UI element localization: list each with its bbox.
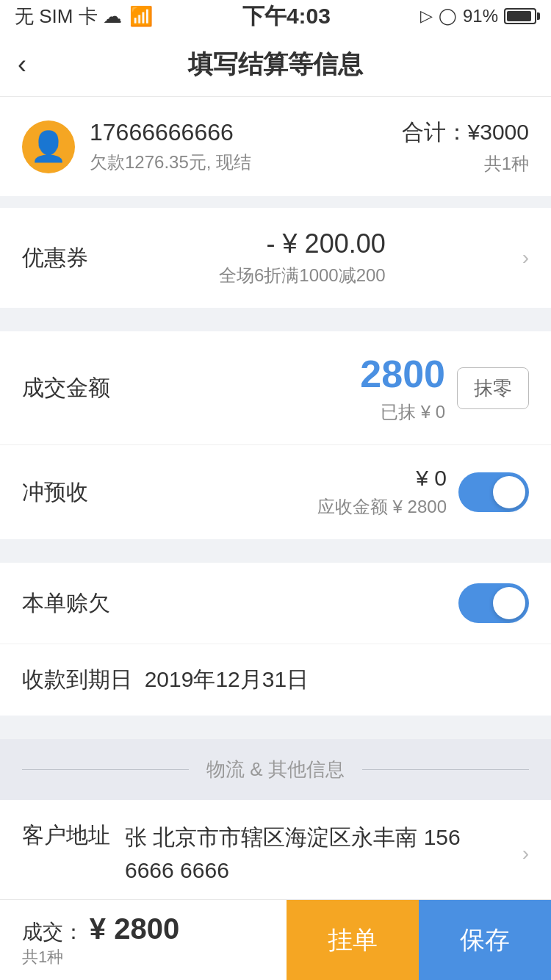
page-title: 填写结算等信息 <box>188 48 363 82</box>
logistics-divider: 物流 & 其他信息 <box>0 739 551 800</box>
user-card: 👤 17666666666 欠款1276.35元, 现结 合计：¥3000 共1… <box>0 97 551 196</box>
round-button[interactable]: 抹零 <box>457 367 529 409</box>
total-count: 共1种 <box>402 152 529 176</box>
user-debt: 欠款1276.35元, 现结 <box>90 151 402 174</box>
prepay-label: 冲预收 <box>22 478 88 508</box>
bottom-amount: ¥ 2800 <box>90 912 179 945</box>
coupon-discount: - ¥ 200.00 <box>219 228 386 259</box>
address-value: 张 北京市市辖区海淀区永丰南 156 6666 6666 <box>125 821 508 887</box>
divider-line-left <box>22 769 189 770</box>
hold-button[interactable]: 挂单 <box>287 900 419 981</box>
prepay-sub: 应收金额 ¥ 2800 <box>317 495 447 519</box>
user-phone: 17666666666 <box>90 119 402 146</box>
credit-toggle[interactable] <box>458 583 529 623</box>
battery-icon <box>504 8 536 24</box>
nav-bar: ‹ 填写结算等信息 <box>0 32 551 97</box>
status-right: ▷ ◯ 91% <box>420 6 536 26</box>
credit-label: 本单赊欠 <box>22 588 110 619</box>
prepay-row: 冲预收 ¥ 0 应收金额 ¥ 2800 <box>0 445 551 539</box>
coupon-label: 优惠券 <box>22 243 88 273</box>
credit-row: 本单赊欠 <box>0 563 551 644</box>
bottom-summary: 成交： ¥ 2800 共1种 <box>0 912 287 968</box>
alarm-icon: ◯ <box>439 7 457 26</box>
bottom-deal-line: 成交： ¥ 2800 <box>22 912 264 946</box>
coupon-desc: 全场6折满1000减200 <box>219 264 386 287</box>
separator-3 <box>0 727 551 739</box>
total-amount: 合计：¥3000 <box>402 118 529 148</box>
deal-amount-sub: 已抹 ¥ 0 <box>360 400 445 424</box>
user-info: 17666666666 欠款1276.35元, 现结 <box>90 119 402 174</box>
battery-percent: 91% <box>463 6 498 26</box>
coupon-section: 优惠券 - ¥ 200.00 全场6折满1000减200 › <box>0 208 551 308</box>
coupon-row[interactable]: 优惠券 - ¥ 200.00 全场6折满1000减200 › <box>0 208 551 308</box>
deal-amount-value: 2800 <box>360 352 445 396</box>
bottom-count: 共1种 <box>22 946 264 968</box>
bottom-bar: 成交： ¥ 2800 共1种 挂单 保存 <box>0 899 551 980</box>
location-icon: ▷ <box>420 7 433 26</box>
bottom-deal-label: 成交： <box>22 920 84 943</box>
prepay-toggle[interactable] <box>458 472 529 512</box>
prepay-amount: ¥ 0 <box>317 466 447 491</box>
wifi-icon: 📶 <box>129 5 153 28</box>
separator-1 <box>0 320 551 331</box>
separator-2 <box>0 551 551 563</box>
content: 👤 17666666666 欠款1276.35元, 现结 合计：¥3000 共1… <box>0 97 551 980</box>
back-button[interactable]: ‹ <box>18 49 26 80</box>
due-date-row: 收款到期日 2019年12月31日 <box>0 644 551 716</box>
save-button[interactable]: 保存 <box>419 900 551 981</box>
logistics-label: 物流 & 其他信息 <box>206 757 345 782</box>
status-time: 下午4:03 <box>242 1 331 32</box>
due-date-label: 收款到期日 2019年12月31日 <box>22 665 309 695</box>
credit-section: 本单赊欠 收款到期日 2019年12月31日 <box>0 563 551 716</box>
address-row[interactable]: 客户地址 张 北京市市辖区海淀区永丰南 156 6666 6666 › <box>0 800 551 907</box>
chevron-right-icon: › <box>522 246 529 270</box>
address-chevron-icon: › <box>522 842 529 865</box>
avatar: 👤 <box>22 120 75 173</box>
credit-toggle-knob <box>493 587 525 619</box>
sim-label: 无 SIM 卡 ☁ <box>15 4 122 29</box>
user-total: 合计：¥3000 共1种 <box>402 118 529 176</box>
divider-line-right <box>362 769 529 770</box>
deal-amount-section: 成交金额 2800 已抹 ¥ 0 抹零 冲预收 ¥ 0 应收金额 ¥ 2800 <box>0 331 551 539</box>
deal-amount-label: 成交金额 <box>22 373 110 403</box>
toggle-knob <box>493 476 525 508</box>
deal-amount-row: 成交金额 2800 已抹 ¥ 0 抹零 <box>0 331 551 445</box>
address-label: 客户地址 <box>22 821 110 851</box>
avatar-icon: 👤 <box>30 129 67 164</box>
status-left: 无 SIM 卡 ☁ 📶 <box>15 4 153 29</box>
status-bar: 无 SIM 卡 ☁ 📶 下午4:03 ▷ ◯ 91% <box>0 0 551 32</box>
